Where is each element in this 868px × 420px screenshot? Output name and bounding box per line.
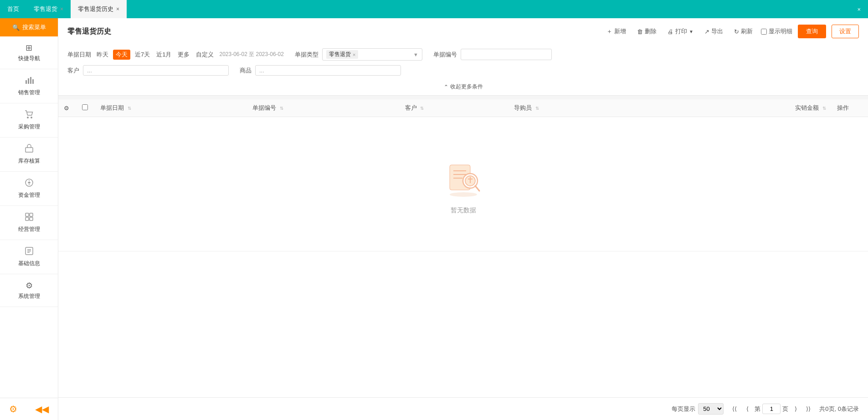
col-doc-date-label: 单据日期 xyxy=(100,104,124,111)
doc-type-select[interactable]: 零售退货 × ▼ xyxy=(322,48,422,61)
operations-icon xyxy=(25,212,34,224)
export-label: 导出 xyxy=(711,27,723,36)
refresh-button[interactable]: ↻ 刷新 xyxy=(731,26,755,37)
goods-select[interactable]: ... xyxy=(255,65,401,76)
col-doc-number-label: 单据编号 xyxy=(252,104,276,111)
tab-home[interactable]: 首页 xyxy=(0,0,26,18)
page-size-select[interactable]: 10 20 50 100 xyxy=(698,403,724,415)
col-doc-date[interactable]: 单据日期 ⇅ xyxy=(95,99,247,117)
print-button[interactable]: 🖨 打印 ▼ xyxy=(665,26,696,37)
date-opt-last7[interactable]: 近7天 xyxy=(133,50,152,60)
svg-point-5 xyxy=(31,117,32,118)
tab-retail-return-history-label: 零售退货历史 xyxy=(78,5,113,13)
total-info: 共0页, 0条记录 xyxy=(819,405,859,413)
col-actions-label: 操作 xyxy=(837,104,849,111)
delete-button[interactable]: 🗑 删除 xyxy=(634,26,659,37)
first-page-button[interactable]: ⟨⟨ xyxy=(729,404,740,415)
sidebar-item-finance-label: 资金管理 xyxy=(18,191,40,199)
date-opt-more[interactable]: 更多 xyxy=(176,50,191,60)
col-customer[interactable]: 客户 ⇅ xyxy=(400,99,508,117)
window-close-button[interactable]: × xyxy=(857,6,868,13)
audio-icon[interactable]: ◀◀ xyxy=(35,404,49,415)
page-actions: ＋ 新增 🗑 删除 🖨 打印 ▼ ↗ 导出 xyxy=(604,25,859,38)
sidebar-item-basic-info[interactable]: 基础信息 xyxy=(0,240,58,274)
date-opt-today[interactable]: 今天 xyxy=(113,50,130,60)
customer-select[interactable]: ... xyxy=(83,65,229,76)
date-opt-yesterday[interactable]: 昨天 xyxy=(95,50,110,60)
sidebar-item-sales-mgmt[interactable]: 销售管理 xyxy=(0,69,58,103)
svg-rect-11 xyxy=(26,217,29,220)
svg-point-8 xyxy=(28,182,30,184)
col-actual-amount[interactable]: 实销金额 ⇅ xyxy=(679,99,832,117)
svg-rect-1 xyxy=(28,78,29,84)
page-size-label: 每页显示 xyxy=(672,405,695,413)
customer-placeholder: ... xyxy=(87,67,92,74)
settings-button[interactable]: 设置 xyxy=(832,25,859,38)
show-detail-checkbox-label[interactable]: 显示明细 xyxy=(761,27,792,36)
date-opt-last1month[interactable]: 近1月 xyxy=(154,50,173,60)
collapse-bar[interactable]: ⌃ 收起更多条件 xyxy=(67,80,859,95)
page-number-input[interactable] xyxy=(762,404,781,414)
date-opt-custom[interactable]: 自定义 xyxy=(194,50,216,60)
svg-rect-12 xyxy=(30,217,33,220)
query-button[interactable]: 查询 xyxy=(798,25,826,38)
export-icon: ↗ xyxy=(704,28,709,35)
date-label: 单据日期 xyxy=(67,51,91,59)
show-detail-checkbox[interactable] xyxy=(761,29,767,35)
table-area: ⚙ 单据日期 ⇅ 单据编号 ⇅ xyxy=(58,99,868,397)
filter-doc-type: 单据类型 零售退货 × ▼ xyxy=(295,48,422,61)
collapse-label: 收起更多条件 xyxy=(450,83,483,91)
doc-type-tag-remove[interactable]: × xyxy=(353,52,355,57)
table-header-row: ⚙ 单据日期 ⇅ 单据编号 ⇅ xyxy=(58,99,868,117)
plus-icon: ＋ xyxy=(606,27,612,36)
select-all-checkbox[interactable] xyxy=(82,104,88,110)
sidebar-item-purchase-mgmt[interactable]: 采购管理 xyxy=(0,103,58,138)
col-settings[interactable]: ⚙ xyxy=(58,99,77,117)
sidebar-item-inventory[interactable]: 库存核算 xyxy=(0,138,58,172)
settings-col-icon[interactable]: ⚙ xyxy=(64,105,69,112)
refresh-icon: ↻ xyxy=(734,28,739,35)
svg-point-4 xyxy=(27,117,29,118)
purchase-icon xyxy=(25,110,34,121)
last-page-button[interactable]: ⟩⟩ xyxy=(803,404,814,415)
settings-gear-icon[interactable]: ⚙ xyxy=(9,404,17,415)
tab-retail-return-history[interactable]: 零售退货历史 × xyxy=(71,0,127,18)
next-page-button[interactable]: ⟩ xyxy=(790,404,801,415)
doc-type-tag-value: 零售退货 xyxy=(329,51,351,58)
delete-label: 删除 xyxy=(645,27,657,36)
empty-text: 暂无数据 xyxy=(451,206,476,215)
print-icon: 🖨 xyxy=(668,28,673,35)
sidebar-item-quick-nav[interactable]: ⊞ 快捷导航 xyxy=(0,36,58,69)
empty-state-row: 暂无数据 xyxy=(58,117,868,251)
prev-page-button[interactable]: ⟨ xyxy=(742,404,753,415)
sidebar-menu: ⊞ 快捷导航 销售管理 采购管理 库存核算 xyxy=(0,36,58,398)
col-actual-amount-label: 实销金额 xyxy=(795,104,819,111)
page-label: 第 xyxy=(755,405,760,413)
table-footer: 每页显示 10 20 50 100 ⟨⟨ ⟨ 第 页 ⟩ ⟩⟩ 共0页, 0条记… xyxy=(58,397,868,420)
col-doc-number[interactable]: 单据编号 ⇅ xyxy=(247,99,399,117)
sidebar-search[interactable]: 🔍 搜索菜单 xyxy=(0,18,58,36)
print-label: 打印 xyxy=(675,27,687,36)
inventory-icon xyxy=(25,144,34,155)
tab-retail-return[interactable]: 零售退货 × xyxy=(26,0,71,18)
export-button[interactable]: ↗ 导出 xyxy=(702,26,726,37)
sidebar-item-operations-label: 经营管理 xyxy=(18,225,40,233)
sidebar-item-finance[interactable]: 资金管理 xyxy=(0,172,58,206)
tab-home-label: 首页 xyxy=(7,5,19,13)
tab-retail-return-close[interactable]: × xyxy=(60,6,63,12)
add-button[interactable]: ＋ 新增 xyxy=(604,26,629,37)
top-bar: 首页 零售退货 × 零售退货历史 × × xyxy=(0,0,868,18)
doc-number-input[interactable] xyxy=(461,49,552,60)
sidebar-item-operations[interactable]: 经营管理 xyxy=(0,206,58,240)
col-guide[interactable]: 导购员 ⇅ xyxy=(508,99,639,117)
goods-label: 商品 xyxy=(240,67,252,75)
col-checkbox[interactable] xyxy=(77,99,95,117)
sidebar-item-system-mgmt[interactable]: ⚙ 系统管理 xyxy=(0,274,58,307)
data-table: ⚙ 单据日期 ⇅ 单据编号 ⇅ xyxy=(58,99,868,251)
col-guide-label: 导购员 xyxy=(514,104,532,111)
pagination-size: 每页显示 10 20 50 100 xyxy=(672,403,724,415)
tab-retail-return-history-close[interactable]: × xyxy=(116,6,119,12)
svg-rect-10 xyxy=(30,213,33,216)
table-body: 暂无数据 xyxy=(58,117,868,251)
page-title-row: 零售退货历史 ＋ 新增 🗑 删除 🖨 打印 ▼ xyxy=(67,25,859,38)
